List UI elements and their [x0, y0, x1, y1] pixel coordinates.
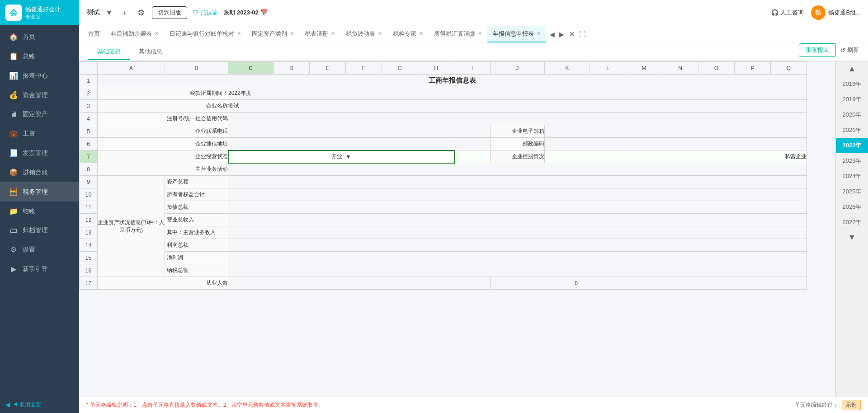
col-d-header: D	[274, 62, 310, 75]
year-2026[interactable]: 2026年	[836, 199, 868, 215]
cell-tax-total-value[interactable]	[228, 264, 807, 277]
tab-close-icon[interactable]: ✕	[478, 31, 482, 37]
sidebar-item-salary[interactable]: 💼 工资	[0, 124, 79, 143]
sidebar-item-label: 工资	[23, 130, 35, 138]
year-2025[interactable]: 2025年	[836, 184, 868, 199]
cell-company-value[interactable]: 测试	[228, 100, 807, 113]
tab-close-icon[interactable]: ✕	[537, 31, 541, 37]
year-2019[interactable]: 2019年	[836, 92, 868, 107]
tab-subject-balance[interactable]: 科目辅助余额表 ✕	[105, 26, 164, 42]
year-2018[interactable]: 2018年	[836, 76, 868, 92]
sidebar-item-report[interactable]: 📊 报表中心	[0, 66, 79, 85]
add-btn[interactable]: ＋	[118, 6, 130, 19]
year-2023[interactable]: 2023年	[836, 153, 868, 169]
cell-profit-value[interactable]	[228, 239, 807, 252]
archive-icon: 🗃	[9, 226, 18, 235]
tab-expand-btn[interactable]: ⛶	[577, 29, 587, 40]
tab-annual-report[interactable]: 年报信息申报表 ✕	[487, 26, 546, 42]
sidebar-logo-text: 畅捷通好会计 专业版	[25, 5, 61, 20]
row-17-header: 17	[80, 277, 98, 290]
cell-period-value[interactable]: 2022年度	[228, 87, 807, 100]
tab-fixed-asset-type[interactable]: 固定资产类别 ✕	[246, 26, 299, 42]
sidebar-item-guide[interactable]: ▶ 新手引导	[0, 259, 79, 279]
year-2027[interactable]: 2027年	[836, 215, 868, 230]
sidebar-item-ledger[interactable]: 📋 总账	[0, 47, 79, 66]
sidebar-item-label: 进销台账	[23, 169, 48, 177]
sub-tab-other[interactable]: 其他信息	[130, 44, 171, 60]
year-2024[interactable]: 2024年	[836, 169, 868, 184]
cell-total-asset-value[interactable]	[228, 176, 807, 188]
year-panel-up-btn[interactable]: ▲	[836, 61, 868, 76]
cell-postcode-value[interactable]	[545, 138, 807, 150]
cell-main-revenue-value[interactable]	[228, 226, 807, 239]
user-menu[interactable]: 畅 畅捷通B组...	[811, 5, 861, 20]
cell-address-value[interactable]	[228, 138, 454, 150]
cell-liabilities-value[interactable]	[228, 201, 807, 214]
year-2020[interactable]: 2020年	[836, 107, 868, 122]
row-1-header: 1	[80, 75, 98, 87]
calendar-icon[interactable]: 📅	[260, 9, 268, 16]
cell-employees-num[interactable]: 0	[491, 277, 662, 290]
settings-btn[interactable]: ⚙	[136, 7, 146, 19]
sidebar: 会 畅捷通好会计 专业版 🏠 首页 📋 总账 📊 报表中心 💰 资金管理 🖥 固…	[0, 0, 79, 413]
reset-report-btn[interactable]: 重置报表	[799, 43, 836, 57]
cell-employees-value[interactable]	[228, 277, 454, 290]
tab-journal-bank[interactable]: 日记账与银行对账单核对 ✕	[164, 26, 246, 42]
tab-home[interactable]: 首页	[83, 26, 105, 42]
tab-close-all-btn[interactable]: ✕	[567, 28, 576, 40]
sidebar-collapse-btn[interactable]: ◀ ◀ 取消固定	[0, 396, 79, 413]
cell-regnum-value[interactable]	[228, 113, 807, 125]
switch-version-btn[interactable]: 切到旧版	[152, 6, 187, 19]
cell-title[interactable]: 工商年报信息表	[98, 75, 807, 87]
tab-tax-expert[interactable]: 税检专家 ✕	[387, 26, 429, 42]
sidebar-item-archive[interactable]: 🗃 归档管理	[0, 221, 79, 240]
cell-equity-value[interactable]	[228, 188, 807, 201]
row-8-header: 8	[80, 163, 98, 176]
year-panel-down-btn[interactable]: ▼	[836, 230, 868, 245]
col-j-header: J	[491, 62, 545, 75]
cell-main-biz-value[interactable]	[228, 163, 807, 176]
collapse-icon: ◀	[5, 401, 10, 408]
salary-icon: 💼	[9, 129, 18, 138]
cell-net-profit-value[interactable]	[228, 252, 807, 264]
support-btn[interactable]: 🎧 人工咨询	[771, 9, 804, 17]
tab-close-icon[interactable]: ✕	[155, 31, 159, 37]
sidebar-item-tax[interactable]: 🧮 税务管理	[0, 182, 79, 202]
sidebar-item-close[interactable]: 📁 结账	[0, 202, 79, 221]
sidebar-item-asset[interactable]: 🖥 固定资产	[0, 105, 79, 124]
cell-phone-value[interactable]	[228, 125, 454, 138]
sidebar-item-home[interactable]: 🏠 首页	[0, 27, 79, 47]
cell-empty-5i	[454, 125, 491, 138]
row-3-header: 3	[80, 100, 98, 113]
sidebar-item-capital[interactable]: 💰 资金管理	[0, 85, 79, 105]
cell-email-value[interactable]	[545, 125, 807, 138]
refresh-btn[interactable]: ↺ 刷新	[840, 46, 859, 54]
cell-example: 示例	[842, 400, 861, 410]
sidebar-item-stock[interactable]: 📦 进销台账	[0, 163, 79, 182]
tab-tax-burden[interactable]: 税负波动表 ✕	[340, 26, 387, 42]
verified-badge: 🛡 已认证	[193, 9, 218, 17]
project-dropdown-btn[interactable]: ▾	[105, 7, 113, 19]
tab-close-icon[interactable]: ✕	[237, 31, 241, 37]
table-row: 3 企业名称 测试	[80, 100, 807, 113]
sub-tab-basic[interactable]: 基础信息	[88, 44, 130, 60]
tab-next-btn[interactable]: ▶	[557, 29, 566, 40]
sidebar-item-invoice[interactable]: 🧾 发票管理	[0, 143, 79, 163]
tab-close-icon[interactable]: ✕	[331, 31, 335, 37]
cell-status-dropdown[interactable]: 开业 ▼	[228, 150, 454, 163]
tab-prev-btn[interactable]: ◀	[548, 29, 557, 40]
tab-income-tax[interactable]: 所得税汇算清缴 ✕	[429, 26, 487, 42]
tab-tax-table[interactable]: 税表清册 ✕	[299, 26, 340, 42]
corner-header	[80, 62, 98, 75]
sidebar-item-settings[interactable]: ⚙ 设置	[0, 240, 79, 259]
username-label: 畅捷通B组...	[828, 9, 861, 17]
tab-close-icon[interactable]: ✕	[419, 31, 423, 37]
tab-close-icon[interactable]: ✕	[378, 31, 382, 37]
cell-holding-value[interactable]	[545, 150, 626, 163]
year-2022[interactable]: 2022年	[836, 138, 868, 153]
tab-close-icon[interactable]: ✕	[290, 31, 294, 37]
cell-equity-label: 所有者权益合计	[165, 188, 228, 201]
spreadsheet-wrapper[interactable]: A B C D E F G H I J K L M	[79, 61, 835, 397]
cell-revenue-value[interactable]	[228, 214, 807, 226]
year-2021[interactable]: 2021年	[836, 122, 868, 138]
